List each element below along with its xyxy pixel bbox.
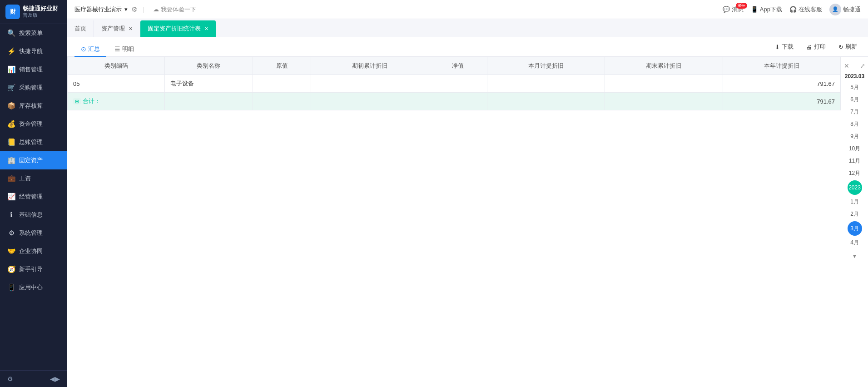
download-label: 下载 [782, 43, 794, 51]
sidebar-logo: 财 畅捷通好业财 普及版 [0, 0, 67, 24]
user-name: 畅捷通 [843, 5, 861, 14]
panel-nav-down[interactable]: ▼ [848, 250, 861, 263]
sidebar-item-guide[interactable]: 🧭 新手引导 [0, 260, 67, 278]
app-download-label: App下载 [760, 5, 782, 14]
panel-close-btn[interactable]: ✕ [844, 62, 849, 69]
sidebar-item-label: 系统管理 [19, 229, 43, 237]
service-icon: 🎧 [789, 6, 797, 13]
panel-month-7[interactable]: 7月 [841, 106, 868, 118]
panel-expand-btn[interactable]: ⤢ [860, 62, 865, 69]
panel-month-10[interactable]: 10月 [841, 143, 868, 155]
panel-month-1[interactable]: 1月 [841, 196, 868, 208]
col-monthly-depr: 本月计提折旧 [487, 57, 605, 75]
close-icon[interactable]: ✕ [204, 26, 208, 32]
panel-month-3[interactable]: 3月 [841, 220, 868, 237]
refresh-label: 刷新 [845, 43, 857, 51]
panel-year-2023[interactable]: 2023 [841, 179, 868, 196]
app-name: 畅捷通好业财 [23, 5, 58, 12]
total-net [429, 93, 487, 110]
online-service-label: 在线客服 [799, 5, 822, 14]
right-panel: ✕ ⤢ 2023.03 5月 6月 7月 8月 9月 10月 11月 12月 2… [841, 57, 868, 387]
sidebar-item-payroll[interactable]: 💼 工资 [0, 169, 67, 188]
content-area: ⊙ 汇总 ☰ 明细 ⬇ 下载 🖨 打印 ↻ 刷 [67, 37, 868, 387]
sidebar-item-inventory[interactable]: 📦 库存核算 [0, 97, 67, 115]
sidebar-item-label: 总账管理 [19, 138, 43, 146]
payroll-icon: 💼 [7, 174, 15, 183]
online-service-btn[interactable]: 🎧 在线客服 [789, 5, 822, 14]
panel-month-12[interactable]: 12月 [841, 167, 868, 179]
panel-month-8[interactable]: 8月 [841, 118, 868, 130]
panel-month-9[interactable]: 9月 [841, 130, 868, 143]
sidebar-item-label: 采购管理 [19, 84, 43, 92]
detail-icon: ☰ [114, 45, 120, 53]
toolbar: ⬇ 下载 🖨 打印 ↻ 刷新 [764, 37, 868, 56]
experience-btn[interactable]: ☁ 我要体验一下 [153, 5, 196, 14]
close-icon[interactable]: ✕ [129, 26, 133, 32]
panel-month-2[interactable]: 2月 [841, 208, 868, 220]
print-icon: 🖨 [806, 44, 812, 50]
inventory-icon: 📦 [7, 102, 15, 110]
total-original [253, 93, 311, 110]
panel-month-11[interactable]: 11月 [841, 155, 868, 167]
panel-month-6[interactable]: 6月 [841, 94, 868, 106]
sidebar-item-search[interactable]: 🔍 搜索菜单 [0, 24, 67, 42]
sidebar-item-quicknav[interactable]: ⚡ 快捷导航 [0, 42, 67, 60]
cell-opening-accum [311, 75, 429, 93]
cell-net [429, 75, 487, 93]
app-download-btn[interactable]: 📱 App下载 [751, 5, 782, 14]
appcenter-icon: 📱 [7, 283, 15, 292]
tab-assets-mgmt[interactable]: 资产管理 ✕ [94, 20, 140, 37]
download-icon: ⬇ [775, 44, 780, 50]
sidebar-item-ledger[interactable]: 📒 总账管理 [0, 133, 67, 151]
sidebar-item-label: 基础信息 [19, 211, 43, 219]
sidebar-item-appcenter[interactable]: 📱 应用中心 [0, 278, 67, 297]
sidebar-item-system[interactable]: ⚙ 系统管理 [0, 224, 67, 242]
download-icon: 📱 [751, 6, 758, 13]
download-button[interactable]: ⬇ 下载 [771, 41, 797, 53]
sidebar-item-label: 应用中心 [19, 283, 43, 292]
panel-month-4[interactable]: 4月 [841, 237, 868, 249]
subtabs: ⊙ 汇总 ☰ 明细 [67, 37, 148, 56]
sidebar-item-purchase[interactable]: 🛒 采购管理 [0, 79, 67, 97]
panel-month-5[interactable]: 5月 [841, 81, 868, 94]
cell-original [253, 75, 311, 93]
cell-monthly-depr [487, 75, 605, 93]
refresh-button[interactable]: ↻ 刷新 [835, 41, 861, 53]
tab-home[interactable]: 首页 [67, 20, 94, 37]
fixedassets-icon: 🏢 [7, 156, 15, 164]
search-icon: 🔍 [7, 29, 15, 37]
subtab-label: 明细 [122, 45, 134, 53]
collapse-icon[interactable]: ◀▶ [50, 375, 60, 382]
sidebar-item-enterprise[interactable]: 🤝 企业协同 [0, 242, 67, 260]
cell-code: 05 [68, 75, 165, 93]
tab-label: 资产管理 [101, 25, 125, 33]
print-button[interactable]: 🖨 打印 [803, 41, 829, 53]
tab-depreciation-report[interactable]: 固定资产折旧统计表 ✕ [140, 20, 216, 37]
sidebar-item-fixedassets[interactable]: 🏢 固定资产 [0, 151, 67, 169]
sidebar-item-sales[interactable]: 📊 销售管理 [0, 60, 67, 79]
settings-icon[interactable]: ⚙ [7, 375, 13, 382]
tabs-bar: 首页 资产管理 ✕ 固定资产折旧统计表 ✕ [67, 19, 868, 37]
sidebar-item-basicinfo[interactable]: ℹ 基础信息 [0, 206, 67, 224]
experience-label: 我要体验一下 [161, 5, 196, 14]
total-opening-accum [311, 93, 429, 110]
total-monthly-depr [487, 93, 605, 110]
col-name: 类别名称 [165, 57, 253, 75]
basicinfo-icon: ℹ [7, 211, 15, 219]
topbar-right: 💬 消息 99+ 📱 App下载 🎧 在线客服 👤 畅捷通 [723, 4, 861, 15]
total-badge: ⊞ [73, 98, 81, 104]
finance-icon: 💰 [7, 120, 15, 128]
subtab-summary[interactable]: ⊙ 汇总 [74, 42, 106, 57]
tab-home-label: 首页 [74, 25, 86, 33]
gear-icon[interactable]: ⚙ [131, 5, 137, 14]
sidebar-item-operations[interactable]: 📈 经营管理 [0, 188, 67, 206]
messages-btn[interactable]: 💬 消息 99+ [723, 5, 744, 14]
sidebar-item-finance[interactable]: 💰 资金管理 [0, 115, 67, 133]
company-name: 医疗器械行业演示 [74, 5, 122, 14]
user-menu[interactable]: 👤 畅捷通 [829, 4, 861, 15]
enterprise-icon: 🤝 [7, 247, 15, 255]
total-icon: ⊞合计： [68, 93, 165, 110]
operations-icon: 📈 [7, 193, 15, 201]
subtab-detail[interactable]: ☰ 明细 [108, 42, 140, 57]
company-selector[interactable]: 医疗器械行业演示 ▾ [74, 5, 128, 14]
